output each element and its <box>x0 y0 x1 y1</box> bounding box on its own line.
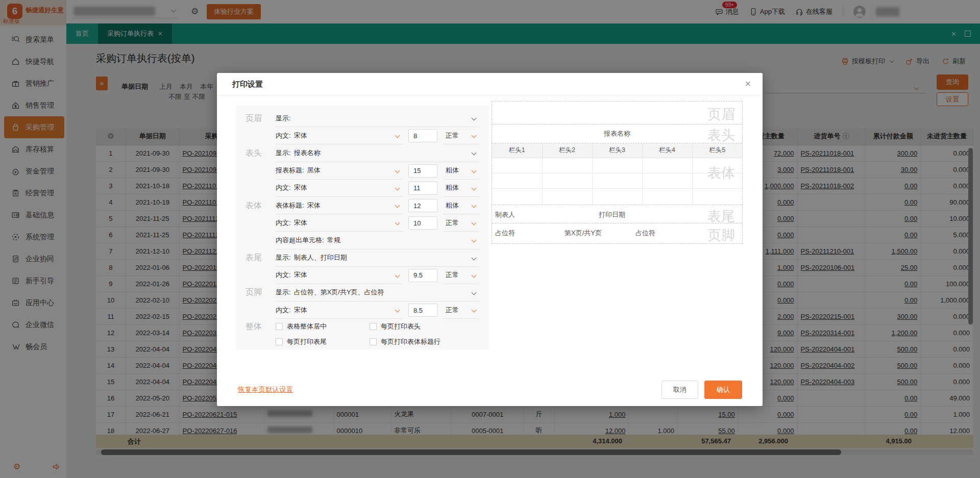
chevron-down-icon <box>472 290 477 295</box>
checkbox-option[interactable]: 表格整体居中 <box>276 322 370 331</box>
preview-empty-cell <box>542 188 592 204</box>
close-icon[interactable]: ✕ <box>745 79 751 89</box>
chevron-down-icon <box>472 185 477 190</box>
display-select[interactable]: 显示: <box>276 110 479 127</box>
chevron-down-icon <box>472 116 477 121</box>
chevron-down-icon <box>472 272 477 278</box>
checkbox-option[interactable]: 每页打印表尾 <box>276 337 370 346</box>
cancel-button[interactable]: 取消 <box>662 381 698 399</box>
font-weight-select[interactable]: 粗体 <box>444 180 479 197</box>
font-weight-select[interactable]: 粗体 <box>444 197 479 214</box>
font-weight-select[interactable]: 正常 <box>444 127 479 144</box>
preview-empty-cell <box>642 173 692 188</box>
font-size-input[interactable] <box>408 304 437 317</box>
preview-column-header: 栏头2 <box>542 143 592 158</box>
restore-defaults-link[interactable]: 恢复本页默认设置 <box>238 385 293 394</box>
font-family-select[interactable]: 内文:宋体 <box>276 301 403 319</box>
preview-placeholder-right: 占位符 <box>635 229 655 238</box>
checkbox-label: 表格整体居中 <box>287 322 327 331</box>
preview-empty-cell <box>592 158 642 173</box>
preview-page-footer-section: 占位符 第X页/共Y页 占位符 页脚 <box>492 223 742 243</box>
font-size-input[interactable] <box>408 216 437 230</box>
preview-placeholder-left: 占位符 <box>495 229 515 238</box>
preview-header-section: 页眉 <box>492 102 742 124</box>
preview-empty-cell <box>692 188 742 204</box>
font-size-input[interactable] <box>408 182 437 195</box>
chevron-down-icon <box>395 133 400 138</box>
preview-empty-cell <box>592 173 642 188</box>
chevron-down-icon <box>472 150 477 156</box>
table-footer-watermark: 表尾 <box>707 207 735 225</box>
font-family-select[interactable]: 报表标题:黑体 <box>276 162 403 180</box>
chevron-down-icon <box>395 185 400 190</box>
chevron-down-icon <box>472 308 477 313</box>
preview-table-footer-section: 制表人 打印日期 表尾 <box>492 205 742 223</box>
form-row-9: 表尾显示:制表人、打印日期 <box>246 249 479 267</box>
font-size-input[interactable] <box>408 269 437 282</box>
section-label: 表尾 <box>246 253 276 263</box>
section-label: 表头 <box>246 148 276 159</box>
checkbox-label: 每页打印表尾 <box>287 337 327 346</box>
preview-empty-cell <box>592 188 642 204</box>
preview-report-title-section: 报表名称 表头 <box>492 124 742 143</box>
form-row-12: 内文:宋体正常 <box>246 301 479 319</box>
confirm-button[interactable]: 确认 <box>704 381 742 399</box>
form-row-6: 表体表体标题:宋体粗体 <box>246 197 479 214</box>
preview-column-header: 栏头1 <box>492 143 542 158</box>
form-row-14: 每页打印表尾每页打印表体标题行 <box>246 334 479 349</box>
display-select[interactable]: 内容超出单元格:常规 <box>276 232 479 249</box>
preview-empty-cell <box>692 158 742 173</box>
checkbox-label: 每页打印表头 <box>381 322 421 331</box>
display-select[interactable]: 显示:占位符、第X页/共Y页、占位符 <box>276 284 479 301</box>
dialog-header: 打印设置 ✕ <box>217 73 763 95</box>
preview-column-header: 栏头5 <box>692 143 742 158</box>
preview-table-body-section: 栏头1栏头2栏头3栏头4栏头5 表体 <box>492 143 742 205</box>
font-weight-select[interactable]: 粗体 <box>444 162 479 180</box>
font-size-input[interactable] <box>408 129 437 142</box>
chevron-down-icon <box>395 220 400 225</box>
section-label: 页眉 <box>246 113 276 124</box>
font-size-input[interactable] <box>408 164 437 178</box>
font-family-select[interactable]: 内文:宋体 <box>276 180 403 197</box>
chevron-down-icon <box>472 133 477 138</box>
chevron-down-icon <box>472 255 477 260</box>
dialog-title: 打印设置 <box>232 80 263 89</box>
chevron-down-icon <box>395 168 400 173</box>
form-row-5: 内文:宋体粗体 <box>246 180 479 197</box>
font-family-select[interactable]: 内文:宋体 <box>276 214 403 232</box>
font-size-input[interactable] <box>408 199 437 212</box>
checkbox[interactable] <box>370 338 377 345</box>
form-row-2: 内文:宋体正常 <box>246 127 479 144</box>
font-family-select[interactable]: 内文:宋体 <box>276 267 403 284</box>
display-select[interactable]: 显示:报表名称 <box>276 144 479 162</box>
preview-empty-cell <box>492 188 542 204</box>
checkbox-option[interactable]: 每页打印表体标题行 <box>370 337 463 346</box>
chevron-down-icon <box>472 168 477 173</box>
font-weight-select[interactable]: 正常 <box>444 214 479 232</box>
font-family-select[interactable]: 表体标题:宋体 <box>276 197 403 214</box>
checkbox[interactable] <box>370 323 377 330</box>
chevron-down-icon <box>472 238 477 243</box>
display-select[interactable]: 显示:制表人、打印日期 <box>276 249 479 267</box>
preview-empty-cell <box>692 173 742 188</box>
form-row-3: 表头显示:报表名称 <box>246 144 479 162</box>
preview-empty-cell <box>642 158 692 173</box>
font-family-select[interactable]: 内文:宋体 <box>276 127 403 144</box>
checkbox[interactable] <box>276 338 283 345</box>
font-weight-select[interactable]: 正常 <box>444 301 479 319</box>
checkbox[interactable] <box>276 323 283 330</box>
checkbox-option[interactable]: 每页打印表头 <box>370 322 463 331</box>
font-weight-select[interactable]: 正常 <box>444 267 479 284</box>
table-head-watermark: 表头 <box>707 126 735 144</box>
section-label: 整体 <box>246 321 276 332</box>
form-row-1: 页眉显示: <box>246 110 479 127</box>
chevron-down-icon <box>395 203 400 208</box>
preview-empty-cell <box>542 173 592 188</box>
form-row-7: 内文:宋体正常 <box>246 214 479 232</box>
preview-empty-cell <box>492 173 542 188</box>
preview-page-info: 第X页/共Y页 <box>565 229 602 238</box>
section-label: 页脚 <box>246 287 276 298</box>
preview-column-header: 栏头4 <box>642 143 692 158</box>
section-label: 表体 <box>246 200 276 211</box>
form-row-4: 报表标题:黑体粗体 <box>246 162 479 180</box>
